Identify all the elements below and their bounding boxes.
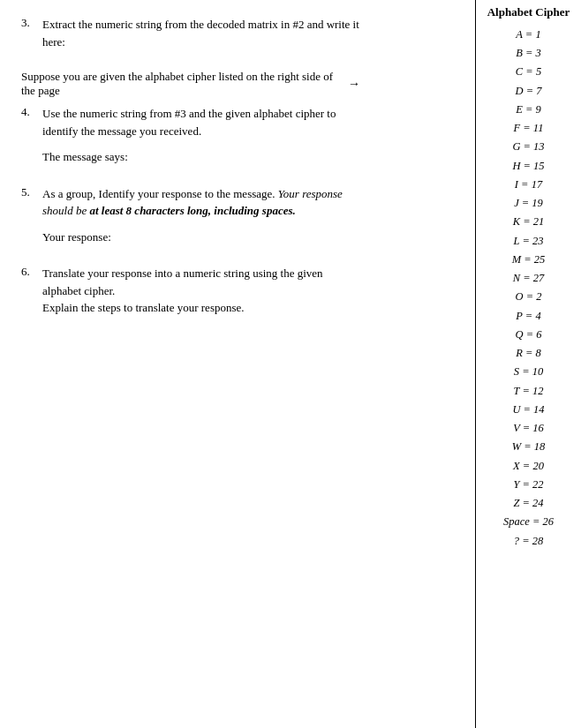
cipher-equals: = 26	[530, 515, 554, 528]
cipher-letter: O	[516, 290, 524, 303]
question-3-row: 3. Extract the numeric string from the d…	[21, 16, 360, 50]
cipher-letter: P	[516, 310, 522, 322]
cipher-equals: = 9	[523, 103, 541, 116]
cipher-equals: = 23	[519, 235, 543, 247]
cipher-equals: = 16	[520, 422, 544, 434]
cipher-row: K = 21	[485, 213, 572, 231]
question-6-number: 6.	[21, 265, 42, 317]
cipher-equals: = 14	[520, 403, 544, 416]
question-4-row: 4. Use the numeric string from #3 and th…	[21, 105, 360, 139]
intro-line: Suppose you are given the alphabet ciphe…	[21, 70, 360, 98]
cipher-letter: X	[513, 460, 520, 472]
cipher-row: D = 7	[485, 82, 572, 101]
cipher-row: P = 4	[485, 307, 572, 326]
cipher-row: R = 8	[485, 344, 572, 363]
main-content: 3. Extract the numeric string from the d…	[0, 0, 475, 728]
cipher-equals: = 6	[524, 328, 542, 341]
cipher-row: Y = 22	[485, 476, 572, 494]
q6-line1: Translate your response into a numeric s…	[42, 265, 360, 299]
cipher-letter: K	[513, 215, 520, 228]
question-4-number: 4.	[21, 105, 42, 139]
page: 3. Extract the numeric string from the d…	[0, 0, 581, 728]
question-6-section: 6. Translate your response into a numeri…	[21, 265, 360, 317]
cipher-row: Q = 6	[485, 326, 572, 344]
cipher-row: V = 16	[485, 419, 572, 438]
cipher-row: J = 19	[485, 194, 572, 213]
q6-line2: Explain the steps to translate your resp…	[42, 299, 360, 317]
cipher-equals: = 22	[519, 478, 543, 491]
cipher-equals: = 13	[520, 140, 544, 153]
cipher-row: F = 11	[485, 119, 572, 138]
question-5-row: 5. As a group, Identify your response to…	[21, 185, 360, 220]
cipher-row: Z = 24	[485, 494, 572, 513]
cipher-equals: = 4	[523, 310, 541, 322]
cipher-letter: V	[513, 422, 519, 434]
cipher-row: T = 12	[485, 382, 572, 401]
cipher-equals: = 11	[520, 122, 543, 134]
cipher-row: E = 9	[485, 101, 572, 119]
cipher-row: S = 10	[485, 363, 572, 381]
cipher-equals: = 17	[518, 178, 542, 191]
question-3-text: Extract the numeric string from the deco…	[42, 16, 360, 50]
cipher-row: N = 27	[485, 269, 572, 288]
cipher-title: Alphabet Cipher	[485, 5, 572, 20]
cipher-equals: = 28	[519, 535, 543, 547]
cipher-equals: = 8	[523, 347, 541, 359]
cipher-equals: = 12	[519, 385, 543, 397]
cipher-equals: = 21	[520, 215, 544, 228]
question-5-section: 5. As a group, Identify your response to…	[21, 185, 360, 246]
cipher-equals: = 25	[521, 253, 545, 266]
cipher-row: H = 15	[485, 157, 572, 176]
cipher-row: ? = 28	[485, 532, 572, 551]
question-3-number: 3.	[21, 16, 42, 50]
cipher-letter: Space	[503, 515, 530, 528]
cipher-row: X = 20	[485, 457, 572, 476]
cipher-letter: B	[516, 47, 523, 59]
q5-text-plain: As a group, Identify your response to th…	[42, 187, 275, 200]
cipher-equals: = 15	[520, 160, 544, 172]
cipher-letter: N	[513, 272, 520, 284]
q5-text-bold-italic: at least 8 characters long, including sp…	[89, 204, 295, 217]
cipher-entries: A = 1B = 3C = 5D = 7E = 9F = 11G = 13H =…	[485, 26, 572, 551]
cipher-equals: = 27	[520, 272, 544, 284]
cipher-equals: = 24	[519, 497, 543, 509]
question-5-number: 5.	[21, 185, 42, 220]
cipher-letter: D	[516, 85, 524, 97]
question-4-answer-label: The message says:	[42, 148, 360, 166]
question-6-row: 6. Translate your response into a numeri…	[21, 265, 360, 317]
question-3-section: 3. Extract the numeric string from the d…	[21, 16, 360, 50]
cipher-equals: = 5	[523, 65, 541, 78]
cipher-row: W = 18	[485, 438, 572, 456]
cipher-letter: R	[516, 347, 523, 359]
cipher-row: A = 1	[485, 26, 572, 44]
cipher-row: O = 2	[485, 288, 572, 306]
question-5-answer-label: Your response:	[42, 229, 360, 246]
cipher-row: Space = 26	[485, 513, 572, 531]
cipher-equals: = 1	[523, 28, 541, 41]
question-4-text: Use the numeric string from #3 and the g…	[42, 105, 360, 139]
question-4-section: 4. Use the numeric string from #3 and th…	[21, 105, 360, 166]
cipher-equals: = 2	[524, 290, 542, 303]
cipher-letter: M	[512, 253, 521, 266]
cipher-row: C = 5	[485, 63, 572, 81]
cipher-row: M = 25	[485, 251, 572, 269]
cipher-letter: W	[512, 440, 521, 453]
cipher-equals: = 10	[519, 365, 543, 378]
cipher-letter: E	[516, 103, 523, 116]
cipher-letter: Q	[516, 328, 524, 341]
cipher-equals: = 18	[521, 440, 545, 453]
cipher-equals: = 3	[523, 47, 541, 59]
cipher-row: I = 17	[485, 176, 572, 194]
cipher-row: G = 13	[485, 138, 572, 156]
intro-text: Suppose you are given the alphabet ciphe…	[21, 70, 344, 98]
cipher-equals: = 19	[519, 197, 543, 209]
cipher-letter: C	[516, 65, 523, 78]
question-5-text: As a group, Identify your response to th…	[42, 185, 360, 220]
cipher-row: B = 3	[485, 44, 572, 63]
cipher-sidebar: Alphabet Cipher A = 1B = 3C = 5D = 7E = …	[475, 0, 581, 728]
cipher-row: U = 14	[485, 401, 572, 419]
question-6-text: Translate your response into a numeric s…	[42, 265, 360, 317]
arrow-icon: →	[348, 77, 360, 91]
cipher-row: L = 23	[485, 232, 572, 251]
cipher-letter: A	[516, 28, 522, 41]
